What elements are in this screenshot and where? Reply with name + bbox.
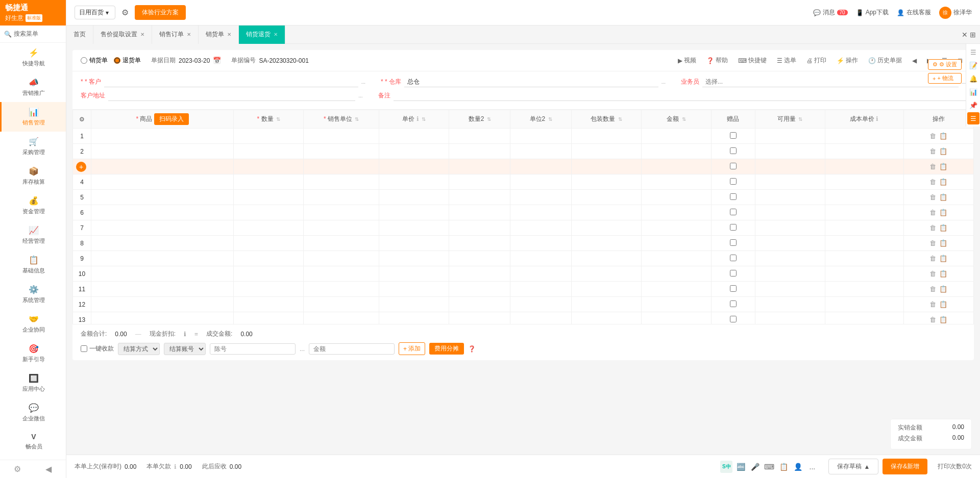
gift-checkbox-2[interactable]: [730, 147, 737, 154]
product-cell-10[interactable]: [91, 266, 234, 282]
amount-cell-1[interactable]: [642, 129, 712, 144]
sales-unit-cell-3[interactable]: [304, 159, 379, 174]
cost-price-cell-13[interactable]: [825, 312, 903, 324]
available-cell-7[interactable]: [755, 220, 825, 236]
unit-price-cell-3[interactable]: [379, 159, 449, 174]
app-download-btn[interactable]: 📱 App下载: [856, 8, 889, 17]
copy-icon-10[interactable]: 📋: [939, 270, 947, 278]
tab-home[interactable]: 首页: [66, 26, 93, 44]
copy-icon-5[interactable]: 📋: [939, 193, 947, 201]
qty-cell-11[interactable]: [234, 282, 304, 297]
product-cell-5[interactable]: [91, 190, 234, 205]
qty2-cell-7[interactable]: [449, 220, 510, 236]
amount-cell-8[interactable]: [642, 236, 712, 251]
price-sort-icon[interactable]: ⇅: [422, 116, 426, 122]
product-cell-9[interactable]: [91, 251, 234, 266]
unit-price-cell-2[interactable]: [379, 144, 449, 159]
available-cell-11[interactable]: [755, 282, 825, 297]
sidebar-item-shortcut[interactable]: ⚡ 快捷导航: [0, 43, 66, 72]
gift-cell-4[interactable]: [712, 174, 755, 190]
qty-cell-4[interactable]: [234, 174, 304, 190]
copy-icon-7[interactable]: 📋: [939, 224, 947, 232]
right-panel-icon-5[interactable]: 📌: [967, 99, 979, 111]
qty-cell-8[interactable]: [234, 236, 304, 251]
sidebar-item-sales[interactable]: 📊 销售管理: [0, 102, 66, 132]
amount-cell-6[interactable]: [642, 205, 712, 220]
right-panel-icon-4[interactable]: 📊: [967, 86, 979, 98]
toolbar-icon-5[interactable]: 📋: [777, 461, 790, 473]
sales-unit-cell-5[interactable]: [304, 190, 379, 205]
sales-unit-cell-10[interactable]: [304, 266, 379, 282]
qty2-cell-8[interactable]: [449, 236, 510, 251]
copy-icon-12[interactable]: 📋: [939, 300, 947, 308]
unit-price-info-icon[interactable]: ℹ: [416, 115, 419, 122]
save-new-btn[interactable]: 保存&新增: [883, 459, 927, 474]
gift-checkbox-1[interactable]: [730, 132, 737, 139]
qty-cell-13[interactable]: [234, 312, 304, 324]
settings-col-icon[interactable]: ⚙: [79, 116, 85, 123]
unit-price-cell-7[interactable]: [379, 220, 449, 236]
sidebar-item-newguide[interactable]: 🎯 新手引导: [0, 339, 66, 368]
toolbar-icon-1[interactable]: S中: [720, 461, 732, 473]
copy-icon-3[interactable]: 📋: [939, 163, 947, 170]
qty2-cell-11[interactable]: [449, 282, 510, 297]
print-btn[interactable]: 🖨 打印: [803, 55, 829, 66]
sidebar-item-basic[interactable]: 📋 基础信息: [0, 250, 66, 280]
sidebar-item-marketing[interactable]: 📣 营销推广: [0, 72, 66, 102]
qty-cell-10[interactable]: [234, 266, 304, 282]
sales-unit-cell-7[interactable]: [304, 220, 379, 236]
qty-sort-icon[interactable]: ⇅: [276, 116, 280, 122]
right-panel-icon-3[interactable]: 🔔: [967, 72, 979, 85]
unit2-cell-10[interactable]: [510, 266, 572, 282]
save-draft-btn[interactable]: 保存草稿 ▲: [828, 459, 878, 474]
product-cell-2[interactable]: [91, 144, 234, 159]
settlement-select[interactable]: 结算方式: [118, 343, 160, 355]
payment-amount-input[interactable]: [309, 343, 395, 355]
available-cell-8[interactable]: [755, 236, 825, 251]
qty2-sort-icon[interactable]: ⇅: [487, 116, 491, 122]
sales-unit-cell-2[interactable]: [304, 144, 379, 159]
search-menu-item[interactable]: 🔍 搜索菜单: [0, 26, 66, 43]
lookup-dots[interactable]: ...: [300, 345, 305, 353]
available-cell-9[interactable]: [755, 251, 825, 266]
unit2-cell-4[interactable]: [510, 174, 572, 190]
qty2-cell-4[interactable]: [449, 174, 510, 190]
product-cell-7[interactable]: [91, 220, 234, 236]
gift-cell-3[interactable]: [712, 159, 755, 174]
add-payment-btn[interactable]: + 添加: [399, 342, 425, 355]
amount-cell-2[interactable]: [642, 144, 712, 159]
available-cell-13[interactable]: [755, 312, 825, 324]
cost-price-info-icon[interactable]: ℹ: [876, 115, 878, 122]
sidebar-collapse-btn[interactable]: ◀: [35, 464, 62, 474]
pkg-qty-cell-5[interactable]: [572, 190, 642, 205]
amount-cell-4[interactable]: [642, 174, 712, 190]
qty2-cell-5[interactable]: [449, 190, 510, 205]
gift-checkbox-5[interactable]: [730, 193, 737, 200]
sidebar-settings-btn[interactable]: ⚙: [4, 464, 31, 474]
sidebar-item-inventory[interactable]: 📦 库存核算: [0, 161, 66, 191]
qty-cell-12[interactable]: [234, 297, 304, 312]
qty2-cell-9[interactable]: [449, 251, 510, 266]
gift-cell-2[interactable]: [712, 144, 755, 159]
delete-icon-4[interactable]: 🗑: [929, 178, 936, 186]
unit-price-cell-5[interactable]: [379, 190, 449, 205]
radio-return[interactable]: 退货单: [114, 56, 141, 65]
amount-cell-5[interactable]: [642, 190, 712, 205]
qty2-cell-3[interactable]: [449, 159, 510, 174]
scan-barcode-btn[interactable]: 扫码录入: [154, 113, 189, 125]
delete-icon-3[interactable]: 🗑: [929, 163, 936, 170]
pkg-qty-cell-13[interactable]: [572, 312, 642, 324]
qty-cell-9[interactable]: [234, 251, 304, 266]
customer-lookup-btn[interactable]: ...: [361, 79, 365, 85]
gift-checkbox-11[interactable]: [730, 285, 737, 292]
tab-sales-delivery-close[interactable]: ✕: [227, 32, 231, 37]
amount-cell-9[interactable]: [642, 251, 712, 266]
receipt-no-input[interactable]: [210, 343, 296, 355]
gift-cell-10[interactable]: [712, 266, 755, 282]
sales-unit-cell-8[interactable]: [304, 236, 379, 251]
amount-cell-3[interactable]: [642, 159, 712, 174]
qty2-cell-6[interactable]: [449, 205, 510, 220]
gift-cell-6[interactable]: [712, 205, 755, 220]
warehouse-input[interactable]: 总仓: [404, 77, 658, 87]
delete-icon-9[interactable]: 🗑: [929, 255, 936, 262]
